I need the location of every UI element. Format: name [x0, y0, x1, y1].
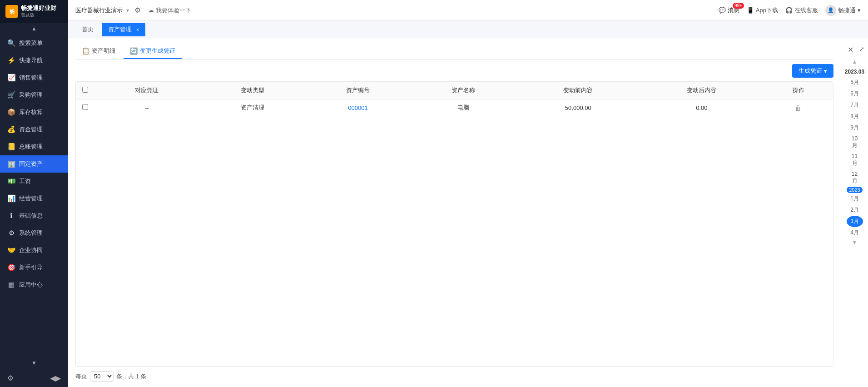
col-voucher: 对应凭证: [94, 82, 199, 99]
per-page-label: 每页: [75, 372, 87, 381]
sidebar-item-label: 系统管理: [19, 229, 43, 237]
row-action: 🗑: [764, 99, 833, 116]
sidebar-item-label: 企业协同: [19, 246, 43, 254]
month-2[interactable]: 2月: [847, 204, 863, 216]
sidebar-item-label: 采购管理: [19, 91, 43, 99]
scroll-up-arrow[interactable]: ▲: [31, 25, 37, 32]
topbar-settings-icon[interactable]: ⚙: [134, 6, 141, 15]
sidebar-icon: 📈: [7, 74, 15, 82]
year-2023-section: 2023: [847, 187, 862, 193]
sidebar-item-应用中心[interactable]: ▦ 应用中心: [0, 276, 68, 293]
company-chevron-icon[interactable]: ▾: [126, 7, 129, 14]
sidebar-footer: ⚙ ◀▶: [0, 369, 68, 387]
sidebar-icon: ⚙: [7, 229, 15, 237]
select-all-checkbox[interactable]: [82, 87, 88, 93]
total-label: 条，共 1 条: [116, 372, 146, 381]
avatar: 👤: [825, 5, 836, 16]
sidebar-item-label: 总账管理: [19, 143, 43, 151]
month-3[interactable]: 3月: [847, 216, 863, 227]
month-8[interactable]: 8月: [847, 111, 863, 122]
tab-home[interactable]: 首页: [75, 23, 100, 36]
scroll-down-arrow[interactable]: ▼: [31, 360, 37, 366]
panel-scroll-up-icon[interactable]: ▲: [851, 58, 858, 66]
sidebar-icon: 🛒: [7, 91, 15, 99]
month-9[interactable]: 9月: [847, 122, 863, 134]
sidebar-item-新手引导[interactable]: 🎯 新手引导: [0, 259, 68, 276]
app-download-btn[interactable]: 📱 App下载: [747, 6, 778, 15]
year-2023-badge: 2023: [847, 187, 862, 193]
month-5[interactable]: 5月: [847, 77, 863, 88]
settings-icon[interactable]: ⚙: [7, 374, 14, 382]
sidebar-item-库存核算[interactable]: 📦 库存核算: [0, 104, 68, 121]
month-11[interactable]: 11月: [847, 151, 863, 169]
sidebar-icon: 📒: [7, 143, 15, 151]
sidebar-item-搜索菜单[interactable]: 🔍 搜索菜单: [0, 35, 68, 52]
table-header-row: 对应凭证 变动类型 资产编号 资产名称 变动前内容 变动后内容 操作: [76, 82, 833, 99]
main-area: 医疗器械行业演示 ▾ ⚙ ☁ 我要体验一下 💬 消息 99+ 📱 App下载 🎧…: [68, 0, 868, 387]
row-change-type: 资产清理: [199, 99, 305, 116]
message-btn[interactable]: 💬 消息 99+: [719, 6, 739, 15]
sidebar-item-资金管理[interactable]: 💰 资金管理: [0, 121, 68, 138]
nav-tabs: 首页 资产管理 ×: [68, 21, 868, 38]
sidebar-item-label: 工资: [19, 177, 31, 185]
row-checkbox[interactable]: [82, 104, 88, 110]
sidebar-item-经营管理[interactable]: 📊 经营管理: [0, 190, 68, 207]
sidebar-item-label: 库存核算: [19, 108, 43, 116]
panel-close-icon[interactable]: ✕: [846, 44, 855, 56]
month-7[interactable]: 7月: [847, 99, 863, 111]
page-size-select[interactable]: 50 10 20 100: [90, 371, 114, 382]
sidebar-icon: 🏢: [7, 160, 15, 168]
row-asset-code: 000001: [305, 99, 411, 116]
month-1[interactable]: 1月: [847, 193, 863, 204]
experience-btn[interactable]: ☁ 我要体验一下: [148, 6, 191, 15]
generate-chevron-icon: ▾: [824, 68, 827, 74]
table-body: -- 资产清理 000001 电脑 50,000.00 0.00 🗑: [76, 99, 833, 116]
sidebar-item-系统管理[interactable]: ⚙ 系统管理: [0, 224, 68, 242]
sidebar-icon: 💰: [7, 125, 15, 134]
sidebar-item-label: 经营管理: [19, 194, 43, 203]
sidebar-icon: 💵: [7, 177, 15, 185]
col-after: 变动后内容: [640, 82, 764, 99]
col-before: 变动前内容: [516, 82, 640, 99]
online-service-label: 在线客服: [794, 6, 818, 15]
month-12[interactable]: 12月: [847, 169, 863, 187]
month-10[interactable]: 10月: [847, 134, 863, 151]
sidebar-item-工资[interactable]: 💵 工资: [0, 173, 68, 190]
content-main: 📋 资产明细 🔄 变更生成凭证 生成凭证 ▾: [68, 38, 841, 387]
user-menu[interactable]: 👤 畅捷通 ▾: [825, 5, 861, 16]
sidebar-item-总账管理[interactable]: 📒 总账管理: [0, 138, 68, 155]
tab-asset-management[interactable]: 资产管理 ×: [102, 23, 145, 36]
sidebar-item-固定资产[interactable]: 🏢 固定资产: [0, 155, 68, 173]
sidebar-item-采购管理[interactable]: 🛒 采购管理: [0, 86, 68, 104]
message-icon: 💬: [719, 7, 726, 14]
row-voucher: --: [94, 99, 199, 116]
right-panel: ✕ ⤢ ▲ 2023.03 5月 6月 7月 8月 9月 10月 11月 12月…: [841, 38, 868, 387]
asset-table: 对应凭证 变动类型 资产编号 资产名称 变动前内容 变动后内容 操作: [76, 82, 833, 116]
sidebar-item-企业协同[interactable]: 🤝 企业协同: [0, 242, 68, 259]
col-change-type: 变动类型: [199, 82, 305, 99]
month-4[interactable]: 4月: [847, 227, 863, 238]
online-service-btn[interactable]: 🎧 在线客服: [785, 6, 818, 15]
sub-tab-change-voucher[interactable]: 🔄 变更生成凭证: [124, 44, 182, 59]
collapse-icon[interactable]: ◀▶: [50, 374, 61, 382]
topbar: 医疗器械行业演示 ▾ ⚙ ☁ 我要体验一下 💬 消息 99+ 📱 App下载 🎧…: [68, 0, 868, 21]
sidebar-item-基础信息[interactable]: ℹ 基础信息: [0, 207, 68, 224]
download-icon: 📱: [747, 7, 754, 14]
sidebar-item-销售管理[interactable]: 📈 销售管理: [0, 69, 68, 86]
sub-tab-asset-detail[interactable]: 📋 资产明细: [75, 44, 122, 59]
tab-close-icon[interactable]: ×: [136, 27, 139, 32]
panel-scroll-down-icon[interactable]: ▼: [851, 238, 858, 247]
panel-expand-icon[interactable]: ⤢: [857, 44, 866, 56]
sidebar-item-快捷导航[interactable]: ⚡ 快捷导航: [0, 52, 68, 69]
delete-icon[interactable]: 🗑: [795, 104, 802, 112]
month-6[interactable]: 6月: [847, 88, 863, 99]
table-wrap: 对应凭证 变动类型 资产编号 资产名称 变动前内容 变动后内容 操作: [75, 81, 833, 367]
year-current-label: 2023.03: [845, 69, 864, 75]
change-voucher-icon: 🔄: [130, 47, 138, 55]
sidebar-menu: 🔍 搜索菜单⚡ 快捷导航📈 销售管理🛒 采购管理📦 库存核算💰 资金管理📒 总账…: [0, 35, 68, 357]
row-asset-name: 电脑: [411, 99, 516, 116]
generate-voucher-button[interactable]: 生成凭证 ▾: [792, 64, 833, 78]
company-name: 医疗器械行业演示: [75, 6, 123, 15]
sidebar-icon: ℹ: [7, 212, 15, 220]
col-action: 操作: [764, 82, 833, 99]
